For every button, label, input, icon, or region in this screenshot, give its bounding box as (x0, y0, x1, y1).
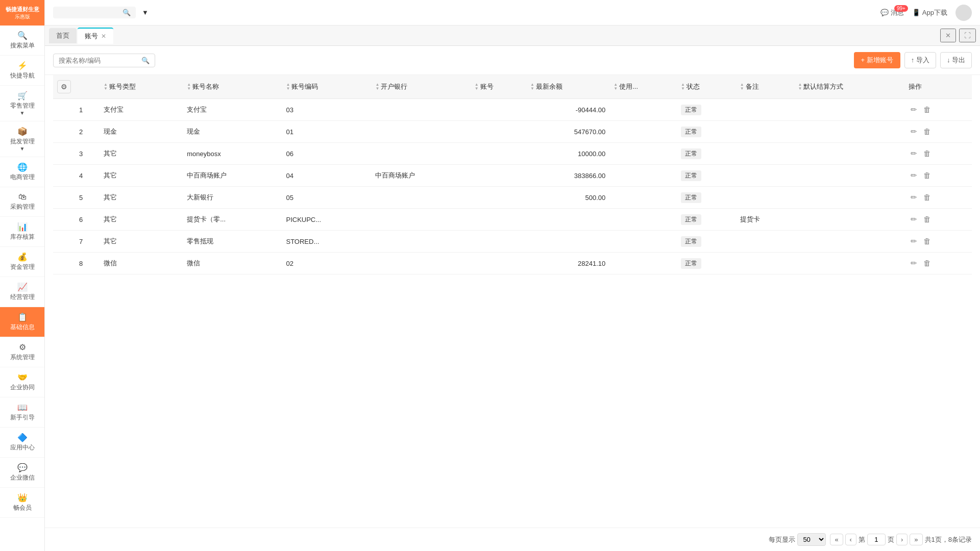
row-balance-5 (526, 209, 609, 231)
page-size-dropdown[interactable]: 50 100 200 (797, 533, 826, 546)
delete-btn-1[interactable]: 🗑 (921, 126, 933, 137)
sidebar-item-app-center[interactable]: 🔷应用中心 (0, 428, 44, 458)
toolbar-left: 🔍 (53, 54, 155, 67)
edit-btn-1[interactable]: ✏ (909, 126, 919, 137)
sort-icon: ▲▼ (740, 83, 744, 91)
status-badge: 正常 (681, 214, 701, 225)
row-status-6: 正常 (677, 231, 736, 253)
export-button[interactable]: ↓ 导出 (940, 52, 972, 68)
account-table: ⚙ ▲▼ 账号类型 ▲▼ 账号名称 (53, 75, 972, 274)
tab-home[interactable]: 首页 (49, 28, 77, 43)
account-search-input[interactable] (59, 57, 141, 64)
row-name-5: 提货卡（零... (183, 209, 282, 231)
edit-btn-2[interactable]: ✏ (909, 148, 919, 159)
message-icon: 💬 (880, 9, 889, 16)
tab-close-all-btn[interactable]: ✕ (940, 29, 956, 42)
row-bank-7 (371, 253, 470, 274)
edit-btn-0[interactable]: ✏ (909, 104, 919, 115)
row-usage-2 (609, 143, 677, 165)
delete-btn-2[interactable]: 🗑 (921, 148, 933, 159)
edit-btn-7[interactable]: ✏ (909, 258, 919, 269)
row-balance-0: -90444.00 (526, 99, 609, 121)
edit-btn-5[interactable]: ✏ (909, 214, 919, 225)
sidebar-label-system-mgmt: 系统管理 (10, 353, 35, 362)
row-name-7: 微信 (183, 253, 282, 274)
topbar-search[interactable]: 🔍 (53, 7, 136, 18)
sidebar-item-enterprise-wechat[interactable]: 💬企业微信 (0, 458, 44, 488)
row-index-2: 3 (75, 143, 100, 165)
add-account-button[interactable]: + 新增账号 (854, 52, 900, 68)
row-notes-7 (736, 253, 794, 274)
sidebar-item-enterprise-agreement[interactable]: 🤝企业协同 (0, 367, 44, 397)
message-btn[interactable]: 💬 消息 99+ (880, 8, 904, 17)
col-default-settlement: ▲▼ 默认结算方式 (794, 75, 905, 99)
topbar-dropdown[interactable]: ▼ (142, 9, 149, 16)
table-body: 1 支付宝 支付宝 03 -90444.00 正常 ✏ 🗑 2 现金 现金 01… (53, 99, 972, 274)
edit-btn-4[interactable]: ✏ (909, 192, 919, 203)
topbar-search-input[interactable] (58, 9, 119, 16)
col-name: ▲▼ 账号名称 (183, 75, 282, 99)
message-badge: 99+ (894, 5, 908, 12)
row-notes-2 (736, 143, 794, 165)
row-type-1: 现金 (100, 121, 183, 143)
sidebar-item-system-mgmt[interactable]: ⚙系统管理 (0, 337, 44, 367)
sidebar-item-ecommerce-mgmt[interactable]: 🌐电商管理 (0, 157, 44, 187)
row-settlement-2 (794, 143, 905, 165)
sidebar-item-beginner-guide[interactable]: 📖新手引导 (0, 397, 44, 428)
delete-btn-5[interactable]: 🗑 (921, 214, 933, 224)
page-prev-btn[interactable]: ‹ (845, 534, 856, 545)
delete-btn-0[interactable]: 🗑 (921, 104, 933, 115)
sidebar-item-basic-info[interactable]: 📋基础信息 (0, 307, 44, 337)
sidebar-item-retail-mgmt[interactable]: 🛒零售管理▼ (0, 86, 44, 121)
page-number-input[interactable] (867, 534, 886, 545)
edit-btn-6[interactable]: ✏ (909, 236, 919, 247)
delete-btn-6[interactable]: 🗑 (921, 236, 933, 246)
table-header-row: ⚙ ▲▼ 账号类型 ▲▼ 账号名称 (53, 75, 972, 99)
status-badge: 正常 (681, 170, 701, 181)
page-last-btn[interactable]: » (910, 534, 922, 545)
download-btn[interactable]: 📱 App下载 (912, 8, 947, 17)
table-settings-btn[interactable]: ⚙ (57, 80, 71, 93)
page-next-btn[interactable]: › (896, 534, 908, 545)
sidebar-item-quick-nav[interactable]: ⚡快捷导航 (0, 56, 44, 86)
sidebar-icon-search-menu: 🔍 (17, 31, 28, 40)
tab-fullscreen-btn[interactable]: ⛶ (959, 29, 976, 42)
delete-btn-3[interactable]: 🗑 (921, 170, 933, 181)
status-badge: 正常 (681, 105, 701, 115)
page-size-label: 每页显示 (769, 535, 795, 544)
delete-btn-4[interactable]: 🗑 (921, 192, 933, 203)
sidebar-item-member-vip[interactable]: 👑畅会员 (0, 488, 44, 518)
row-notes-6 (736, 231, 794, 253)
page-first-btn[interactable]: « (830, 534, 843, 545)
row-name-2: moneybosx (183, 143, 282, 165)
row-settlement-6 (794, 231, 905, 253)
sidebar-item-purchase-mgmt[interactable]: 🛍采购管理 (0, 187, 44, 217)
row-account-4 (471, 187, 526, 209)
user-avatar[interactable] (955, 5, 972, 21)
sidebar-label-beginner-guide: 新手引导 (10, 413, 35, 422)
sidebar-item-operations-mgmt[interactable]: 📈经营管理 (0, 277, 44, 307)
account-search-wrap[interactable]: 🔍 (53, 54, 155, 67)
sidebar-icon-member-vip: 👑 (17, 493, 28, 503)
sidebar-item-search-menu[interactable]: 🔍搜索菜单 (0, 26, 44, 56)
tab-account[interactable]: 账号 ✕ (78, 28, 113, 44)
sort-icon: ▲▼ (798, 83, 802, 91)
pagination: 每页显示 50 100 200 « ‹ 第 页 › » 共1页，8条记录 (45, 528, 980, 551)
row-account-2 (471, 143, 526, 165)
row-notes-4 (736, 187, 794, 209)
sidebar-label-quick-nav: 快捷导航 (10, 71, 35, 80)
tab-account-close[interactable]: ✕ (101, 33, 106, 40)
row-actions-6: ✏ 🗑 (904, 231, 972, 253)
row-status-4: 正常 (677, 187, 736, 209)
status-badge: 正常 (681, 192, 701, 203)
row-code-0: 03 (282, 99, 371, 121)
edit-btn-3[interactable]: ✏ (909, 170, 919, 181)
table-row: 1 支付宝 支付宝 03 -90444.00 正常 ✏ 🗑 (53, 99, 972, 121)
row-usage-0 (609, 99, 677, 121)
sidebar-item-inventory-calc[interactable]: 📊库存核算 (0, 217, 44, 247)
import-button[interactable]: ↑ 导入 (904, 52, 936, 68)
sidebar-item-finance-mgmt[interactable]: 💰资金管理 (0, 247, 44, 277)
delete-btn-7[interactable]: 🗑 (921, 258, 933, 268)
sidebar-item-wholesale-mgmt[interactable]: 📦批发管理▼ (0, 121, 44, 157)
row-code-4: 05 (282, 187, 371, 209)
